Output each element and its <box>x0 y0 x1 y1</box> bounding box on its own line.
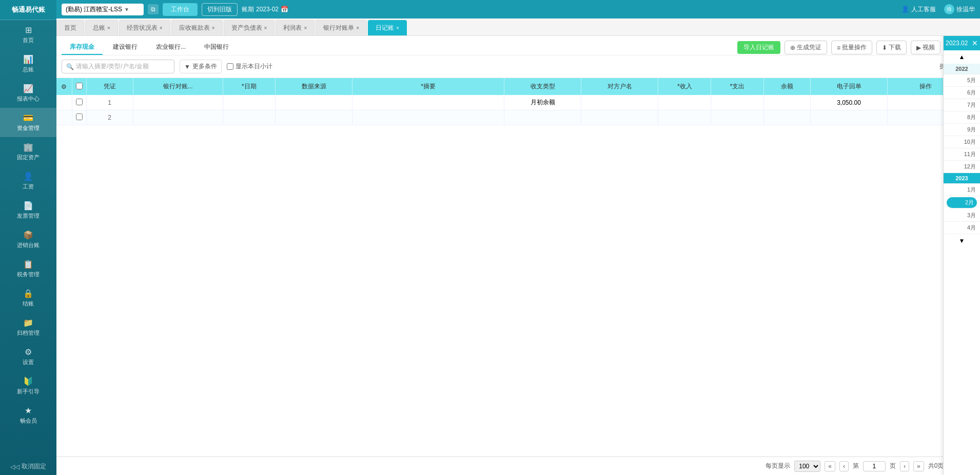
calendar-month-4[interactable]: 4月 <box>944 222 980 234</box>
calendar-month-9[interactable]: 9月 <box>944 124 980 136</box>
calendar-month-7[interactable]: 7月 <box>944 99 980 111</box>
tab-bank-close[interactable]: × <box>356 25 359 31</box>
tab-receivable[interactable]: 应收账款表 × <box>171 20 223 35</box>
tab-journal[interactable]: 日记账 × <box>368 20 407 35</box>
sub-tab-abc[interactable]: 农业银行... <box>148 40 194 55</box>
next-page-button[interactable]: › <box>900 461 909 471</box>
tab-journal-close[interactable]: × <box>396 25 399 31</box>
calendar-month-12[interactable]: 12月 <box>944 161 980 173</box>
video-button[interactable]: ▶ 视频 <box>911 41 940 54</box>
row-checkbox[interactable] <box>76 99 83 105</box>
sidebar-item-settings[interactable]: ⚙ 设置 <box>0 342 56 371</box>
sidebar-item-tax[interactable]: 📋 税务管理 <box>0 254 56 283</box>
filter-icon: ▼ <box>184 63 190 70</box>
tab-bank-label: 银行对账单 <box>323 24 354 32</box>
prev-page-button[interactable]: ‹ <box>839 461 849 471</box>
sidebar-item-assets[interactable]: 🏢 固定资产 <box>0 137 56 166</box>
pagination: 每页显示 100 20 50 200 « ‹ 第 页 › » 共0页，0条记录 <box>56 457 980 475</box>
select-all-checkbox[interactable] <box>76 83 83 89</box>
calendar-month-1[interactable]: 1月 <box>944 184 980 196</box>
show-subtotal-label: 显示本日小计 <box>236 62 272 71</box>
switch-old-button[interactable]: 切到旧版 <box>202 3 238 16</box>
up-arrow-icon: ▲ <box>959 53 965 61</box>
cell-income <box>711 95 764 110</box>
tab-bank[interactable]: 银行对账单 × <box>316 20 367 35</box>
sidebar-item-archive[interactable]: 📁 归档管理 <box>0 313 56 342</box>
sidebar-item-label: 发票管理 <box>17 212 40 220</box>
sidebar-item-ledger[interactable]: 📊 总账 <box>0 49 56 79</box>
tab-journal-label: 日记账 <box>376 24 394 32</box>
copy-button[interactable]: ⧉ <box>148 4 159 14</box>
calendar-month-6[interactable]: 6月 <box>944 87 980 99</box>
tab-management-close[interactable]: × <box>160 25 163 31</box>
period-label: 账期 2023-02 📅 <box>242 5 288 14</box>
page-label: 第 <box>853 462 859 470</box>
download-button[interactable]: ⬇ 下载 <box>876 41 907 54</box>
show-subtotal-input[interactable] <box>227 63 233 70</box>
calendar-icon[interactable]: 📅 <box>281 6 288 13</box>
sidebar-item-sales[interactable]: 📦 进销台账 <box>0 225 56 254</box>
cell-bank <box>223 110 276 125</box>
filter-bar: 🔍 请输入摘要/类型/户名/金额 ▼ 更多条件 显示本日小计 折称: 人民币 <box>56 55 980 78</box>
sidebar-item-label: 首页 <box>23 36 34 44</box>
calendar-nav-down[interactable]: ▼ <box>944 235 980 246</box>
tab-ledger-label: 总账 <box>93 24 105 32</box>
sidebar-item-salary[interactable]: 👤 工资 <box>0 166 56 196</box>
calendar-month-8[interactable]: 8月 <box>944 111 980 124</box>
col-checkbox[interactable] <box>72 78 86 95</box>
sidebar-item-invoice[interactable]: 📄 发票管理 <box>0 196 56 225</box>
sidebar: 畅通易代账 ⊞ 首页 📊 总账 📈 报表中心 💳 资金管理 🏢 固定资产 👤 工… <box>0 0 56 475</box>
sidebar-item-closing[interactable]: 🔒 结账 <box>0 283 56 313</box>
closing-icon: 🔒 <box>23 289 33 298</box>
tab-assets-close[interactable]: × <box>264 25 267 31</box>
calendar-month-11[interactable]: 11月 <box>944 148 980 161</box>
cell-checkbox[interactable] <box>72 110 86 125</box>
vip-icon: ★ <box>25 406 32 415</box>
page-input[interactable] <box>863 461 886 471</box>
calendar-nav-up[interactable]: ▲ <box>944 51 980 63</box>
sidebar-item-vip[interactable]: ★ 畅会员 <box>0 401 56 430</box>
more-conditions-button[interactable]: ▼ 更多条件 <box>180 60 222 73</box>
sidebar-item-funds[interactable]: 💳 资金管理 <box>0 108 56 137</box>
sub-tab-boc[interactable]: 中国银行 <box>196 40 237 55</box>
col-receipt: 电子回单 <box>810 78 887 95</box>
sidebar-item-reports[interactable]: 📈 报表中心 <box>0 79 56 108</box>
unpin-sidebar[interactable]: ◁◁ 取消固定 <box>0 458 56 475</box>
calendar-month-3[interactable]: 3月 <box>944 210 980 222</box>
tab-receivable-close[interactable]: × <box>212 25 215 31</box>
last-page-button[interactable]: » <box>913 461 924 471</box>
calendar-close-button[interactable]: ✕ <box>972 39 978 47</box>
col-expense: *支出 <box>711 78 764 95</box>
tab-ledger-close[interactable]: × <box>107 25 110 31</box>
unpin-label: 取消固定 <box>22 462 46 471</box>
sidebar-item-guide[interactable]: 🔰 新手引导 <box>0 371 56 401</box>
calendar-month-10[interactable]: 10月 <box>944 136 980 148</box>
col-type: 收支类型 <box>504 78 581 95</box>
import-journal-button[interactable]: 导入日记账 <box>737 41 780 54</box>
calendar-month-2-active[interactable]: 2月 <box>947 197 977 208</box>
cell-checkbox[interactable] <box>72 95 86 110</box>
search-input[interactable]: 🔍 请输入摘要/类型/户名/金额 <box>62 60 174 73</box>
company-selector[interactable]: (勤易) 江西赣宝-LSS ▼ <box>62 4 144 15</box>
customer-service[interactable]: 👤 人工客服 <box>901 5 936 14</box>
show-subtotal-checkbox[interactable]: 显示本日小计 <box>227 62 272 71</box>
tab-profit-close[interactable]: × <box>304 25 307 31</box>
calendar-month-5[interactable]: 5月 <box>944 74 980 87</box>
row-checkbox[interactable] <box>76 113 83 120</box>
user-profile[interactable]: 徐 徐温华 <box>944 4 975 14</box>
sidebar-item-home[interactable]: ⊞ 首页 <box>0 20 56 49</box>
company-dropdown-icon: ▼ <box>124 7 129 12</box>
tab-assets[interactable]: 资产负债表 × <box>224 20 275 35</box>
tab-management[interactable]: 经营状况表 × <box>119 20 170 35</box>
per-page-select[interactable]: 100 20 50 200 <box>794 461 820 472</box>
workspace-button[interactable]: 工作台 <box>163 3 198 16</box>
generate-voucher-button[interactable]: ⊕ 生成凭证 <box>785 41 827 54</box>
sub-tab-cash[interactable]: 库存现金 <box>62 40 103 55</box>
tab-profit[interactable]: 利润表 × <box>276 20 315 35</box>
col-settings[interactable]: ⚙ <box>56 78 72 95</box>
tab-ledger[interactable]: 总账 × <box>85 20 118 35</box>
sub-tab-ccb[interactable]: 建设银行 <box>105 40 146 55</box>
tab-home[interactable]: 首页 <box>56 20 84 35</box>
batch-operation-button[interactable]: ≡ 批量操作 <box>831 41 872 54</box>
first-page-button[interactable]: « <box>825 461 835 471</box>
